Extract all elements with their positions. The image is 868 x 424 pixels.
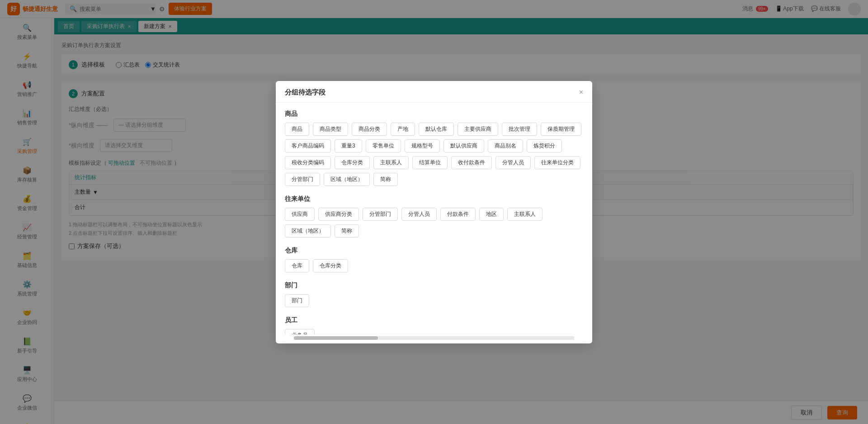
field-tag[interactable]: 分管人员 <box>495 156 531 169</box>
field-tag[interactable]: 分管部门 <box>285 173 320 186</box>
field-tag[interactable]: 分管人员 <box>401 208 437 221</box>
field-tag[interactable]: 地区 <box>479 208 504 221</box>
field-tag[interactable]: 区域（地区） <box>324 173 370 186</box>
field-group-往来单位: 往来单位供应商供应商分类分管部门分管人员付款条件地区主联系人区域（地区）简称 <box>285 195 583 238</box>
field-tag[interactable]: 重量3 <box>335 139 362 152</box>
field-tag[interactable]: 区域（地区） <box>285 224 331 238</box>
field-tag[interactable]: 部门 <box>285 294 309 307</box>
h-scrollbar-thumb[interactable] <box>294 336 378 340</box>
field-group-仓库: 仓库仓库仓库分类 <box>285 247 583 272</box>
modal-close-button[interactable]: × <box>579 88 583 96</box>
field-tag[interactable]: 简称 <box>373 173 398 186</box>
field-tag[interactable]: 简称 <box>335 224 359 238</box>
field-group-title: 商品 <box>285 110 583 118</box>
field-tags: 业务员 <box>285 329 583 334</box>
field-group-员工: 员工业务员 <box>285 316 583 334</box>
field-tag[interactable]: 往来单位分类 <box>534 156 580 169</box>
field-group-title: 仓库 <box>285 247 583 255</box>
field-group-title: 员工 <box>285 316 583 324</box>
field-tag[interactable]: 商品别名 <box>488 139 523 152</box>
field-tags: 部门 <box>285 294 583 307</box>
modal-body[interactable]: 商品商品商品类型商品分类产地默认仓库主要供应商批次管理保质期管理客户商品编码重量… <box>276 103 592 334</box>
field-tag[interactable]: 业务员 <box>285 329 315 334</box>
field-tags: 商品商品类型商品分类产地默认仓库主要供应商批次管理保质期管理客户商品编码重量3零… <box>285 123 583 186</box>
field-tag[interactable]: 规格型号 <box>405 139 440 152</box>
modal-title: 分组待选字段 <box>285 88 326 97</box>
field-group-商品: 商品商品商品类型商品分类产地默认仓库主要供应商批次管理保质期管理客户商品编码重量… <box>285 110 583 186</box>
field-tags: 供应商供应商分类分管部门分管人员付款条件地区主联系人区域（地区）简称 <box>285 208 583 238</box>
field-group-部门: 部门部门 <box>285 281 583 307</box>
field-tag[interactable]: 批次管理 <box>502 123 537 136</box>
field-group-title: 往来单位 <box>285 195 583 203</box>
field-tag[interactable]: 供应商 <box>285 208 315 221</box>
field-tag[interactable]: 分管部门 <box>363 208 398 221</box>
field-tag[interactable]: 商品类型 <box>313 123 348 136</box>
field-group-title: 部门 <box>285 281 583 290</box>
field-tag[interactable]: 仓库分类 <box>335 156 370 169</box>
field-tag[interactable]: 商品分类 <box>352 123 387 136</box>
modal-overlay: 分组待选字段 × 商品商品商品类型商品分类产地默认仓库主要供应商批次管理保质期管… <box>0 0 868 424</box>
field-tag[interactable]: 供应商分类 <box>318 208 359 221</box>
field-tag[interactable]: 仓库 <box>285 259 309 272</box>
field-tag[interactable]: 仓库分类 <box>313 259 348 272</box>
field-tag[interactable]: 产地 <box>391 123 415 136</box>
field-tag[interactable]: 默认供应商 <box>443 139 484 152</box>
field-tag[interactable]: 客户商品编码 <box>285 139 331 152</box>
field-tag[interactable]: 主联系人 <box>507 208 542 221</box>
field-tag[interactable]: 默认仓库 <box>419 123 454 136</box>
field-tag[interactable]: 结算单位 <box>412 156 448 169</box>
field-select-modal: 分组待选字段 × 商品商品商品类型商品分类产地默认仓库主要供应商批次管理保质期管… <box>276 81 592 343</box>
field-tag[interactable]: 税收分类编码 <box>285 156 331 169</box>
field-tag[interactable]: 主要供应商 <box>458 123 498 136</box>
field-tag[interactable]: 保质期管理 <box>541 123 581 136</box>
field-tags: 仓库仓库分类 <box>285 259 583 272</box>
field-tag[interactable]: 付款条件 <box>440 208 476 221</box>
modal-h-scroll-area <box>276 334 592 343</box>
h-scrollbar[interactable] <box>294 336 574 340</box>
field-tag[interactable]: 商品 <box>285 123 309 136</box>
field-tag[interactable]: 炼货积分 <box>527 139 562 152</box>
field-tag[interactable]: 主联系人 <box>373 156 409 169</box>
modal-header: 分组待选字段 × <box>276 81 592 103</box>
field-tag[interactable]: 零售单位 <box>366 139 401 152</box>
field-tag[interactable]: 收付款条件 <box>451 156 492 169</box>
